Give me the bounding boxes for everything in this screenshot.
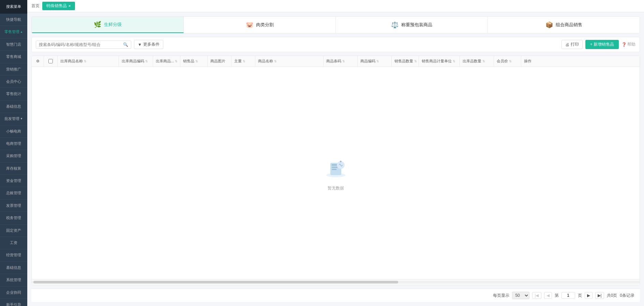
sidebar-item-retail-mgmt[interactable]: 零售管理 ▲: [0, 26, 27, 38]
sidebar-item-bizmanage[interactable]: 经营管理: [0, 249, 27, 261]
combo-icon: 📦: [545, 21, 553, 29]
select-all-checkbox[interactable]: [48, 59, 53, 63]
tab-meat-label: 肉类分割: [256, 22, 274, 28]
print-label: 打印: [571, 42, 579, 47]
table-header: ⚙ 出库商品名称 ⇅ 出库商品编码 ⇅ 出库商品... ⇅ 销售品: [32, 56, 640, 67]
search-box: 🔍: [36, 41, 131, 49]
sidebar-item-tax[interactable]: 税务管理: [0, 212, 27, 224]
scale-icon: ⚖️: [391, 21, 399, 29]
sidebar-item-retailstat[interactable]: 零售统计: [0, 88, 27, 100]
first-page-button[interactable]: |◀: [532, 292, 541, 299]
print-button[interactable]: 🖨 打印: [561, 40, 583, 49]
sidebar-logo[interactable]: 搜索菜单: [0, 0, 27, 14]
sort-icon: ⇅: [376, 60, 379, 63]
toolbar: 🔍 ▼ 更多条件 🖨 打印 + 新增销售品 ❓ 帮助: [31, 37, 640, 52]
th-operation: 操作: [521, 56, 549, 66]
th-weight[interactable]: 主重 ⇅: [231, 56, 255, 66]
sidebar-item-baseinfo1[interactable]: 基础信息: [0, 101, 27, 113]
th-checkbox[interactable]: [44, 56, 58, 66]
filter-button[interactable]: ▼ 更多条件: [134, 40, 163, 49]
help-icon: ❓: [621, 42, 627, 47]
page-number-input[interactable]: [561, 292, 575, 299]
filter-icon: ▼: [138, 42, 142, 47]
sidebar-logo-text: 搜索菜单: [6, 4, 21, 9]
horizontal-scrollbar[interactable]: [32, 281, 640, 284]
add-label: + 新增销售品: [590, 42, 614, 47]
sort-icon: ⇅: [84, 60, 87, 63]
chevron-icon: ▲: [20, 30, 23, 34]
empty-text: 暂无数据: [328, 185, 344, 191]
sidebar-item-smartstore[interactable]: 智慧门店: [0, 39, 27, 51]
close-tab-icon[interactable]: ✕: [68, 4, 71, 8]
empty-illustration: [322, 155, 349, 182]
th-goodcode[interactable]: 商品编码 ⇅: [358, 56, 392, 66]
toolbar-right: 🖨 打印 + 新增销售品 ❓ 帮助: [561, 40, 635, 49]
tab-fresh-label: 生鲜分级: [104, 21, 122, 28]
meat-icon: 🐷: [246, 21, 253, 29]
sort-icon: ⇅: [342, 60, 345, 63]
sidebar-item-wholesale[interactable]: 批发管理 ▼: [0, 113, 27, 125]
th-outspec[interactable]: 出库商品... ⇅: [153, 56, 180, 66]
category-tabs: 🌿 生鲜分级 🐷 肉类分割 ⚖️ 称重预包装商品 📦 组合商品销售: [31, 16, 640, 33]
sort-icon: ⇅: [145, 60, 148, 63]
total-count: 0条记录: [620, 293, 634, 299]
th-outname[interactable]: 出库商品名称 ⇅: [58, 56, 119, 66]
table-body: 暂无数据: [32, 67, 640, 279]
th-unit[interactable]: 销售商品计量单位 ⇅: [419, 56, 460, 66]
sidebar-item-enterprise[interactable]: 企业协同: [0, 287, 27, 299]
th-memberprice[interactable]: 会员价 ⇅: [494, 56, 521, 66]
sidebar-item-fixedassets[interactable]: 固定资产: [0, 225, 27, 237]
search-icon[interactable]: 🔍: [123, 42, 128, 47]
th-outcode[interactable]: 出库商品编码 ⇅: [119, 56, 153, 66]
page-label: 页: [578, 293, 582, 299]
sort-icon: ⇅: [509, 60, 512, 63]
sidebar-item-marketing[interactable]: 营销推广: [0, 63, 27, 76]
pagination: 每页显示 50 100 200 |◀ ◀ 第 页 ▶ ▶| 共0页 0条记录: [31, 289, 640, 302]
sidebar-item-ecommerce[interactable]: 电商管理: [0, 138, 27, 150]
per-page-select[interactable]: 50 100 200: [512, 292, 529, 299]
tab-weight-prepack[interactable]: ⚖️ 称重预包装商品: [336, 17, 488, 33]
th-goodname[interactable]: 商品名称 ⇅: [255, 56, 324, 66]
sidebar-item-ledger[interactable]: 总账管理: [0, 187, 27, 199]
prev-page-button[interactable]: ◀: [544, 292, 552, 299]
sidebar-item-newguide[interactable]: 新手引导: [0, 299, 27, 306]
svg-rect-3: [332, 167, 338, 168]
sidebar-item-purchase[interactable]: 采购管理: [0, 150, 27, 162]
sidebar-item-sysmanage[interactable]: 系统管理: [0, 274, 27, 286]
sidebar: 搜索菜单 快捷导航 零售管理 ▲ 智慧门店 零售商城 营销推广 会员中心 零售统…: [0, 0, 27, 306]
tab-fresh-grading[interactable]: 🌿 生鲜分级: [32, 17, 184, 33]
last-page-button[interactable]: ▶|: [595, 292, 604, 299]
fresh-icon: 🌿: [94, 21, 101, 28]
sidebar-item-capital[interactable]: 资金管理: [0, 175, 27, 187]
th-barcode[interactable]: 商品条码 ⇅: [324, 56, 358, 66]
sidebar-item-baseinfo2[interactable]: 基础信息: [0, 262, 27, 274]
sort-icon: ⇅: [195, 60, 198, 63]
sidebar-item-quicknav[interactable]: 快捷导航: [0, 14, 27, 26]
add-product-button[interactable]: + 新增销售品: [585, 40, 619, 49]
active-tab[interactable]: 特殊销售品 ✕: [42, 2, 75, 10]
next-page-button[interactable]: ▶: [585, 292, 593, 299]
data-table: ⚙ 出库商品名称 ⇅ 出库商品编码 ⇅ 出库商品... ⇅ 销售品: [31, 56, 640, 285]
th-salesitem[interactable]: 销售品 ⇅: [180, 56, 208, 66]
page-label-pre: 第: [555, 293, 559, 299]
sidebar-item-salary[interactable]: 工资: [0, 237, 27, 249]
sidebar-item-inventory[interactable]: 库存核算: [0, 163, 27, 175]
sidebar-item-retailmall[interactable]: 零售商城: [0, 51, 27, 63]
scrollbar-thumb[interactable]: [33, 281, 398, 284]
th-settings[interactable]: ⚙: [32, 56, 44, 66]
help-button[interactable]: ❓ 帮助: [621, 42, 635, 47]
th-salesqty[interactable]: 销售品数量 ⇅: [392, 56, 419, 66]
sidebar-item-xiaochang[interactable]: 小畅电商: [0, 125, 27, 138]
th-outqty[interactable]: 出库品数量 ⇅: [460, 56, 494, 66]
tab-combo-sales[interactable]: 📦 组合商品销售: [488, 17, 640, 33]
sidebar-item-member[interactable]: 会员中心: [0, 76, 27, 88]
sidebar-item-invoice[interactable]: 发票管理: [0, 200, 27, 212]
search-input[interactable]: [39, 42, 122, 47]
chevron-icon: ▼: [20, 117, 23, 121]
home-breadcrumb[interactable]: 首页: [31, 3, 40, 9]
tab-meat-cutting[interactable]: 🐷 肉类分割: [184, 17, 336, 33]
tab-label: 特殊销售品: [46, 3, 67, 9]
tab-weight-label: 称重预包装商品: [401, 22, 432, 28]
tab-combo-label: 组合商品销售: [556, 22, 582, 28]
main-area: 首页 特殊销售品 ✕ 🌿 生鲜分级 🐷 肉类分割 ⚖️ 称重预包装商品 📦 组合…: [27, 0, 644, 306]
